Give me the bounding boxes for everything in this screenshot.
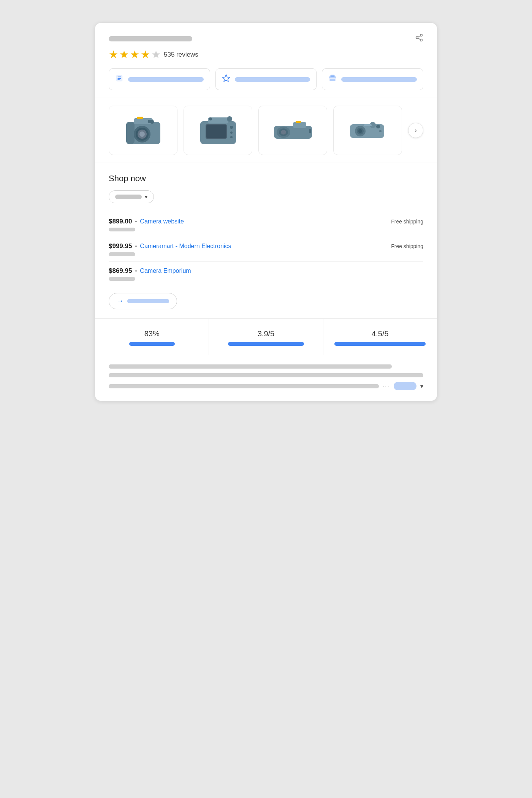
stat-item-1: 83% xyxy=(95,319,209,355)
svg-rect-7 xyxy=(117,78,121,79)
svg-point-20 xyxy=(139,131,145,137)
footer-tag[interactable] xyxy=(394,382,416,390)
store-link-3[interactable]: Camera Emporium xyxy=(140,268,191,274)
next-button[interactable]: › xyxy=(408,123,423,138)
images-section: › xyxy=(95,98,437,163)
shop-item-row-1: $899.00 • Camera website Free shipping xyxy=(109,218,423,225)
camera-image-3[interactable] xyxy=(258,106,327,155)
star-icon xyxy=(222,74,230,84)
rating-row: ★ ★ ★ ★ ★ 535 reviews xyxy=(109,48,423,61)
main-card: ★ ★ ★ ★ ★ 535 reviews xyxy=(95,23,437,401)
action-buttons xyxy=(109,68,423,90)
stat-item-2: 3.9/5 xyxy=(209,319,323,355)
svg-rect-22 xyxy=(148,120,154,123)
store-button[interactable] xyxy=(322,68,423,90)
checklist-icon xyxy=(115,74,124,84)
svg-point-31 xyxy=(209,117,212,120)
stat-bar-2 xyxy=(228,342,304,346)
footer-section: ··· ▾ xyxy=(95,355,437,401)
svg-rect-16 xyxy=(137,117,143,119)
footer-line-partial xyxy=(109,384,379,388)
dot-2: • xyxy=(135,243,137,249)
footer-line-2 xyxy=(109,373,423,377)
camera-image-1[interactable] xyxy=(109,106,177,155)
svg-point-29 xyxy=(230,136,233,138)
filter-label xyxy=(115,195,142,199)
dot-1: • xyxy=(135,218,137,225)
shop-item-row-3: $869.95 • Camera Emporium xyxy=(109,267,423,275)
stat-value-1: 83% xyxy=(103,329,201,338)
save-button[interactable] xyxy=(215,68,317,90)
store-link-1[interactable]: Camera website xyxy=(140,218,184,225)
star-2: ★ xyxy=(119,48,129,61)
stats-section: 83% 3.9/5 4.5/5 xyxy=(95,319,437,355)
star-3: ★ xyxy=(130,48,139,61)
star-4: ★ xyxy=(141,48,150,61)
dot-3: • xyxy=(135,268,137,274)
item-sub-1 xyxy=(109,228,135,231)
shop-item-2: $999.95 • Cameramart - Modern Electronic… xyxy=(109,237,423,262)
star-5: ★ xyxy=(151,48,161,61)
shipping-2: Free shipping xyxy=(391,243,423,249)
share-icon[interactable] xyxy=(415,33,423,44)
camera-image-2[interactable] xyxy=(184,106,252,155)
chevron-down-icon: ▾ xyxy=(145,194,147,200)
shop-item-left-1: $899.00 • Camera website xyxy=(109,218,184,225)
svg-point-28 xyxy=(230,131,233,134)
shop-item-left-2: $999.95 • Cameramart - Modern Electronic… xyxy=(109,242,231,250)
svg-point-45 xyxy=(379,130,382,132)
svg-rect-6 xyxy=(117,76,121,77)
save-label xyxy=(235,77,310,82)
store-link-2[interactable]: Cameramart - Modern Electronics xyxy=(140,243,231,250)
star-1: ★ xyxy=(109,48,118,61)
stat-value-3: 4.5/5 xyxy=(331,329,429,338)
svg-point-30 xyxy=(227,116,232,122)
stars-container: ★ ★ ★ ★ ★ xyxy=(109,48,161,61)
arrow-right-icon: → xyxy=(117,297,124,305)
more-label xyxy=(127,299,169,303)
item-sub-3 xyxy=(109,277,135,281)
stat-item-3: 4.5/5 xyxy=(323,319,437,355)
shop-title: Shop now xyxy=(109,174,423,184)
svg-point-43 xyxy=(376,125,380,128)
svg-rect-46 xyxy=(364,124,372,126)
stat-bar-1 xyxy=(129,342,175,346)
filter-button[interactable]: ▾ xyxy=(109,190,154,203)
chevron-down-icon: ▾ xyxy=(420,383,423,390)
svg-rect-8 xyxy=(117,79,120,80)
images-row: › xyxy=(109,106,423,155)
stat-bar-3 xyxy=(334,342,426,346)
camera-image-4[interactable] xyxy=(333,106,402,155)
svg-rect-38 xyxy=(309,129,311,133)
ellipsis-icon: ··· xyxy=(383,383,390,390)
shop-item-row-2: $999.95 • Cameramart - Modern Electronic… xyxy=(109,242,423,250)
top-section: ★ ★ ★ ★ ★ 535 reviews xyxy=(95,23,437,98)
footer-line-1 xyxy=(109,364,392,369)
shipping-1: Free shipping xyxy=(391,218,423,225)
more-stores-button[interactable]: → xyxy=(109,293,177,309)
price-2: $999.95 xyxy=(109,242,132,250)
item-sub-2 xyxy=(109,252,135,256)
footer-last-row: ··· ▾ xyxy=(109,382,423,390)
svg-point-36 xyxy=(281,130,286,135)
specs-button[interactable] xyxy=(109,68,210,90)
svg-rect-37 xyxy=(296,121,301,123)
price-1: $899.00 xyxy=(109,218,132,225)
svg-rect-12 xyxy=(329,76,336,78)
shop-item-3: $869.95 • Camera Emporium xyxy=(109,262,423,286)
product-title-placeholder xyxy=(109,36,192,41)
review-count: 535 reviews xyxy=(164,51,198,59)
svg-line-3 xyxy=(418,38,420,40)
svg-rect-10 xyxy=(330,79,335,81)
svg-rect-26 xyxy=(206,125,226,138)
shop-item-1: $899.00 • Camera website Free shipping xyxy=(109,212,423,237)
shop-item-left-3: $869.95 • Camera Emporium xyxy=(109,267,191,275)
specs-label xyxy=(128,77,204,82)
shop-section: Shop now ▾ $899.00 • Camera website Free… xyxy=(95,163,437,319)
svg-point-27 xyxy=(230,126,233,129)
price-3: $869.95 xyxy=(109,267,132,275)
store-icon xyxy=(328,74,337,84)
svg-rect-15 xyxy=(126,122,135,144)
svg-point-42 xyxy=(358,129,362,133)
title-bar xyxy=(109,33,423,44)
